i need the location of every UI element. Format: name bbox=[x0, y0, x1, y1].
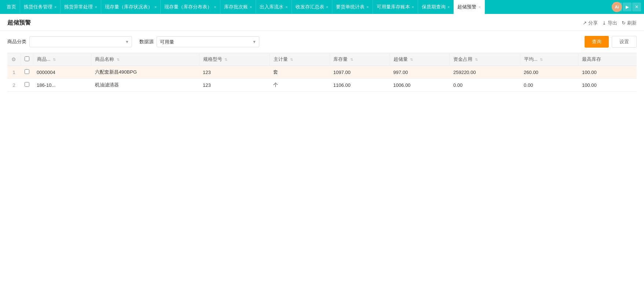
col-checkbox bbox=[21, 53, 33, 66]
row-name: 机油滤清器 bbox=[91, 79, 199, 92]
row-name: 六配套新昌490BPG bbox=[91, 66, 199, 79]
nav-item-avail-stock[interactable]: 可用量库存账本 × bbox=[373, 0, 418, 14]
row-code: 186-10... bbox=[33, 79, 91, 92]
sort-icon: ⇅ bbox=[540, 58, 543, 62]
nav-item-recv-send[interactable]: 收发存汇总表 × bbox=[292, 0, 332, 14]
nav-item-stock-status[interactable]: 现存量（库存状况表） × bbox=[101, 0, 161, 14]
nav-item-overstock[interactable]: 超储预警 × bbox=[454, 0, 484, 14]
main-content: 超储预警 ↗ 分享 ⤓ 导出 ↻ 刷新 商品分类 ▼ bbox=[0, 14, 644, 293]
row-unit: 套 bbox=[270, 66, 330, 79]
category-select[interactable] bbox=[29, 36, 132, 47]
row-stock: 1097.00 bbox=[330, 66, 390, 79]
datasource-select-wrap: 可用量 ▼ bbox=[157, 36, 259, 47]
col-avg-header[interactable]: 平均... ⇅ bbox=[520, 53, 578, 66]
sort-icon: ⇅ bbox=[475, 58, 478, 62]
filter-group-category: 商品分类 ▼ bbox=[7, 36, 132, 47]
row-unit: 个 bbox=[270, 79, 330, 92]
row-avg: 260.00 bbox=[520, 66, 578, 79]
close-icon[interactable]: × bbox=[478, 5, 480, 9]
sort-icon: ⇅ bbox=[350, 58, 353, 62]
share-icon: ↗ bbox=[583, 20, 587, 26]
nav-item-abnormal[interactable]: 拣货异常处理 × bbox=[61, 0, 101, 14]
row-checkbox[interactable] bbox=[25, 82, 29, 87]
col-maxstock-header[interactable]: 最高库存 bbox=[578, 53, 637, 66]
table-wrap: ⚙ 商品... ⇅ 商品名称 ⇅ 规格型号 ⇅ bbox=[0, 53, 644, 92]
export-icon: ⤓ bbox=[602, 20, 606, 26]
nav-item-quality[interactable]: 保质期查询 × bbox=[418, 0, 454, 14]
close-icon[interactable]: × bbox=[154, 5, 157, 9]
datasource-label: 数据源 bbox=[139, 38, 154, 45]
datasource-select[interactable]: 可用量 bbox=[157, 36, 259, 47]
row-maxstock: 100.00 bbox=[578, 66, 637, 79]
col-unit-header[interactable]: 主计量 ⇅ bbox=[270, 53, 330, 66]
select-all-checkbox[interactable] bbox=[25, 56, 29, 61]
sort-icon: ⇅ bbox=[117, 58, 120, 62]
sort-icon: ⇅ bbox=[53, 58, 56, 62]
col-overstock-header[interactable]: 超储量 ⇅ bbox=[389, 53, 450, 66]
filter-buttons: 查询 设置 bbox=[585, 36, 637, 48]
nav-item-order-stat[interactable]: 要货单统计表 × bbox=[332, 0, 373, 14]
close-icon[interactable]: × bbox=[366, 5, 369, 9]
col-capital-header[interactable]: 资金占用 ⇅ bbox=[450, 53, 520, 66]
page-header: 超储预警 ↗ 分享 ⤓ 导出 ↻ 刷新 bbox=[0, 14, 644, 31]
row-maxstock: 100.00 bbox=[578, 79, 637, 92]
row-spec: 123 bbox=[199, 79, 270, 92]
row-overstock: 997.00 bbox=[389, 66, 450, 79]
close-icon[interactable]: × bbox=[214, 5, 216, 9]
query-button[interactable]: 查询 bbox=[585, 36, 609, 48]
col-spec-header[interactable]: 规格型号 ⇅ bbox=[199, 53, 270, 66]
header-actions: ↗ 分享 ⤓ 导出 ↻ 刷新 bbox=[583, 20, 637, 26]
topbar-right: Ai bbox=[612, 0, 622, 14]
sort-icon: ⇅ bbox=[290, 58, 293, 62]
nav-close-all[interactable]: ✕ bbox=[632, 3, 641, 11]
table-header-row: ⚙ 商品... ⇅ 商品名称 ⇅ 规格型号 ⇅ bbox=[7, 53, 637, 66]
row-capital: 259220.00 bbox=[450, 66, 520, 79]
col-gear: ⚙ bbox=[7, 53, 21, 66]
nav-item-task-mgmt[interactable]: 拣货任务管理 × bbox=[20, 0, 61, 14]
filter-area: 商品分类 ▼ 数据源 可用量 ▼ 查询 设置 bbox=[0, 31, 644, 53]
category-label: 商品分类 bbox=[7, 38, 26, 45]
close-icon[interactable]: × bbox=[326, 5, 328, 9]
table-body: 1 0000004 六配套新昌490BPG 123 套 1097.00 997.… bbox=[7, 66, 637, 92]
avatar[interactable]: Ai bbox=[612, 2, 622, 12]
row-checkbox-cell bbox=[21, 66, 33, 79]
row-stock: 1106.00 bbox=[330, 79, 390, 92]
close-icon[interactable]: × bbox=[250, 5, 252, 9]
refresh-button[interactable]: ↻ 刷新 bbox=[622, 20, 637, 26]
top-navigation: 首页 拣货任务管理 × 拣货异常处理 × 现存量（库存状况表） × 现存量（库存… bbox=[0, 0, 644, 14]
close-icon[interactable]: × bbox=[285, 5, 288, 9]
row-checkbox[interactable] bbox=[25, 69, 29, 74]
sort-icon: ⇅ bbox=[224, 58, 227, 62]
row-overstock: 1006.00 bbox=[389, 79, 450, 92]
table-row: 1 0000004 六配套新昌490BPG 123 套 1097.00 997.… bbox=[7, 66, 637, 79]
close-icon[interactable]: × bbox=[54, 5, 56, 9]
nav-item-inout-flow[interactable]: 出入库流水 × bbox=[256, 0, 292, 14]
settings-gear-icon[interactable]: ⚙ bbox=[11, 56, 16, 62]
row-code: 0000004 bbox=[33, 66, 91, 79]
row-checkbox-cell bbox=[21, 79, 33, 92]
nav-right-arrow[interactable]: ▶ bbox=[623, 3, 632, 11]
row-spec: 123 bbox=[199, 66, 270, 79]
close-icon[interactable]: × bbox=[95, 5, 97, 9]
refresh-icon: ↻ bbox=[622, 20, 626, 26]
table-row: 2 186-10... 机油滤清器 123 个 1106.00 1006.00 … bbox=[7, 79, 637, 92]
col-stock-header[interactable]: 库存量 ⇅ bbox=[330, 53, 390, 66]
close-icon[interactable]: × bbox=[412, 5, 414, 9]
close-icon[interactable]: × bbox=[447, 5, 450, 9]
row-avg: 0.00 bbox=[520, 79, 578, 92]
set-button[interactable]: 设置 bbox=[612, 36, 637, 48]
col-name-header[interactable]: 商品名称 ⇅ bbox=[91, 53, 199, 66]
nav-item-batch[interactable]: 库存批次账 × bbox=[220, 0, 256, 14]
nav-item-stock-dist[interactable]: 现存量（库存分布表） × bbox=[161, 0, 220, 14]
row-num: 2 bbox=[7, 79, 21, 92]
filter-group-datasource: 数据源 可用量 ▼ bbox=[139, 36, 259, 47]
data-table: ⚙ 商品... ⇅ 商品名称 ⇅ 规格型号 ⇅ bbox=[7, 53, 637, 92]
col-code-header[interactable]: 商品... ⇅ bbox=[33, 53, 91, 66]
sort-icon: ⇅ bbox=[410, 58, 413, 62]
export-button[interactable]: ⤓ 导出 bbox=[602, 20, 617, 26]
nav-item-home[interactable]: 首页 bbox=[3, 0, 20, 14]
page-title: 超储预警 bbox=[7, 19, 31, 27]
row-num: 1 bbox=[7, 66, 21, 79]
share-button[interactable]: ↗ 分享 bbox=[583, 20, 598, 26]
category-select-wrap: ▼ bbox=[29, 36, 132, 47]
